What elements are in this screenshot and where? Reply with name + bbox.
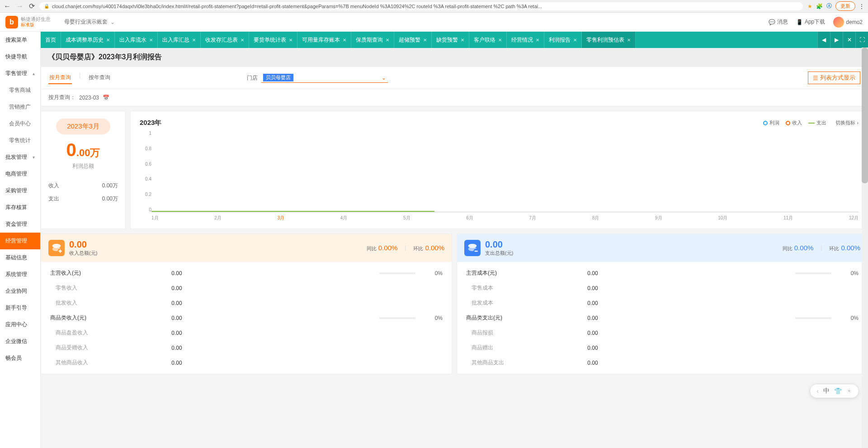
tab[interactable]: 保质期查询✕ (351, 32, 394, 48)
star-icon[interactable]: ★ (807, 3, 812, 10)
menu-icon[interactable]: ⋮ (859, 3, 864, 10)
sidebar-item[interactable]: 库存核算 (0, 199, 40, 216)
sidebar-item[interactable]: 经营管理 (0, 233, 40, 249)
tab-close-button[interactable]: ✕ (843, 32, 855, 48)
close-icon[interactable]: ✕ (536, 38, 539, 43)
app-download-button[interactable]: 📱 App下载 (796, 18, 825, 26)
url-bar[interactable]: 🔒 cloud.chanjet.com/hsy/u400174daqxh/i0l… (39, 2, 803, 10)
sidebar-item[interactable]: 零售统计 (0, 132, 40, 149)
chart-header: 2023年 利润 收入 支出 切换指标 › (140, 119, 859, 127)
income-total-label: 收入总额(元) (69, 250, 97, 257)
close-icon[interactable]: ✕ (461, 38, 464, 43)
sidebar-item[interactable]: 资金管理 (0, 216, 40, 233)
float-toolbar[interactable]: ‹ 中 👕 ☀ (810, 384, 859, 398)
sidebar-item[interactable]: 企业微信 (0, 333, 40, 350)
tab-by-month[interactable]: 按月查询 (48, 72, 72, 84)
tab[interactable]: 利润报告✕ (544, 32, 582, 48)
data-row: 商品报损 0.00 (464, 325, 860, 340)
browser-nav: ← → ⟳ (4, 2, 35, 10)
income-panel-head: 0.00 收入总额(元) 同比0.00% | 环比0.00% (41, 234, 452, 262)
tab[interactable]: 出入库汇总✕ (158, 32, 201, 48)
legend-dot-icon (763, 121, 768, 125)
income-row: 收入 0.00万 (48, 179, 118, 192)
sidebar-item[interactable]: 搜索菜单 (0, 32, 40, 48)
main-layout: 搜索菜单快捷导航零售管理▴零售商城营销推广会员中心零售统计批发管理▾电商管理采购… (0, 32, 868, 448)
sidebar-item[interactable]: 企业协同 (0, 283, 40, 300)
sidebar-item[interactable]: 电商管理 (0, 166, 40, 182)
tab[interactable]: 可用量库存账本✕ (297, 32, 351, 48)
account-selector[interactable]: 母婴行业演示账套 ⌄ (64, 18, 115, 26)
tab[interactable]: 客户联络✕ (469, 32, 507, 48)
data-row: 零售成本 0.00 (464, 281, 860, 295)
sidebar-item[interactable]: 应用中心 (0, 316, 40, 333)
tab[interactable]: 超储预警✕ (394, 32, 432, 48)
close-icon[interactable]: ✕ (106, 38, 110, 43)
tab[interactable]: 经营情况✕ (507, 32, 544, 48)
lang-label[interactable]: 中 (823, 387, 830, 395)
legend-expense[interactable]: 支出 (808, 119, 826, 126)
sidebar-item[interactable]: 零售管理▴ (0, 65, 40, 82)
switch-indicator[interactable]: 切换指标 › (835, 119, 859, 126)
legend-profit[interactable]: 利润 (763, 119, 779, 126)
user-menu[interactable]: demo2 (833, 17, 863, 28)
tab[interactable]: 收发存汇总表✕ (201, 32, 249, 48)
tab-next-button[interactable]: ▶ (830, 32, 843, 48)
legend-income[interactable]: 收入 (786, 119, 802, 126)
reload-icon[interactable]: ⟳ (29, 2, 35, 10)
brand-sub: 标准版 (21, 22, 51, 28)
sun-icon[interactable]: ☀ (846, 387, 852, 395)
messages-button[interactable]: 💬 消息 (769, 18, 788, 26)
sidebar-item[interactable]: 快捷导航 (0, 48, 40, 65)
sidebar-item[interactable]: 基础信息 (0, 249, 40, 266)
update-button[interactable]: 更新 (835, 1, 855, 11)
close-icon[interactable]: ✕ (423, 38, 427, 43)
data-row: 其他商品收入 0.00 (48, 355, 444, 370)
scrollbar-thumb[interactable] (862, 48, 868, 183)
close-icon[interactable]: ✕ (241, 38, 244, 43)
close-icon[interactable]: ✕ (573, 38, 577, 43)
tab-by-year[interactable]: 按年查询 (88, 72, 111, 84)
sidebar-item[interactable]: 会员中心 (0, 115, 40, 132)
ext-icon-1[interactable]: 🧩 (816, 3, 823, 10)
tab[interactable]: 缺货预警✕ (432, 32, 469, 48)
calendar-icon[interactable]: 📅 (103, 95, 109, 101)
list-mode-button[interactable]: ☰ 列表方式显示 (808, 71, 860, 84)
forward-icon[interactable]: → (16, 2, 24, 10)
sidebar-item[interactable]: 采购管理 (0, 182, 40, 199)
expense-icon (464, 240, 481, 256)
tab[interactable]: 成本调整单历史✕ (61, 32, 115, 48)
sidebar-item[interactable]: 畅会员 (0, 350, 40, 367)
tabs-controls: ◀ ▶ ✕ ⛶ (817, 32, 868, 48)
ext-icon-2[interactable]: Ⓐ (826, 2, 832, 10)
chevron-down-icon: ⌄ (382, 75, 386, 81)
sidebar-item[interactable]: 零售商城 (0, 82, 40, 99)
tab-expand-button[interactable]: ⛶ (855, 32, 868, 48)
close-icon[interactable]: ✕ (343, 38, 346, 43)
sidebar-item[interactable]: 批发管理▾ (0, 149, 40, 166)
close-icon[interactable]: ✕ (289, 38, 292, 43)
sidebar-item[interactable]: 营销推广 (0, 99, 40, 115)
sidebar-item[interactable]: 系统管理 (0, 266, 40, 283)
close-icon[interactable]: ✕ (627, 38, 631, 43)
close-icon[interactable]: ✕ (498, 38, 502, 43)
chevron-down-icon: ⌄ (110, 19, 115, 25)
shirt-icon[interactable]: 👕 (834, 387, 842, 395)
arrow-left-icon[interactable]: ‹ (816, 387, 819, 395)
tab-prev-button[interactable]: ◀ (817, 32, 830, 48)
sidebar-item[interactable]: 新手引导 (0, 300, 40, 316)
close-icon[interactable]: ✕ (192, 38, 196, 43)
back-icon[interactable]: ← (4, 2, 11, 10)
filter-box: 按月查询 | 按年查询 门店 贝贝母婴店 ⌄ ☰ 列表方式显示 按月查询： (41, 67, 868, 106)
income-panel: 0.00 收入总额(元) 同比0.00% | 环比0.00% 主营收入(元) 0… (41, 234, 452, 374)
filter-row-2: 按月查询： 2023-03 📅 (41, 89, 868, 106)
store-input[interactable]: 贝贝母婴店 ⌄ (261, 73, 388, 83)
profit-total-value: 0.00万 (66, 141, 100, 159)
data-row: 商品类收入(元) 0.00 0% (48, 310, 444, 325)
close-icon[interactable]: ✕ (149, 38, 153, 43)
tab[interactable]: 出入库流水✕ (115, 32, 158, 48)
close-icon[interactable]: ✕ (386, 38, 389, 43)
tab[interactable]: 零售利润预估表✕ (582, 32, 636, 48)
scrollbar-vertical[interactable] (862, 48, 868, 448)
tab[interactable]: 首页 (41, 32, 61, 48)
tab[interactable]: 要货单统计表✕ (249, 32, 297, 48)
